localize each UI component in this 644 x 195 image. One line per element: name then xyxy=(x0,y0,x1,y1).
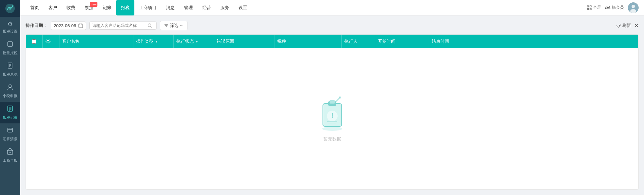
svg-rect-16 xyxy=(8,128,12,132)
vip-icon xyxy=(605,5,610,10)
gongshang-nianbao-icon xyxy=(7,148,13,157)
baoshui-jilu-icon xyxy=(7,105,13,114)
th-end-time: 结束时间 xyxy=(429,35,473,48)
empty-illustration: ! xyxy=(315,95,349,132)
svg-point-26 xyxy=(630,9,636,13)
svg-rect-11 xyxy=(8,106,12,111)
topnav: 首页 客户 收费 票据 new 记账 报税 工商项目 消息 管理 经营 服务 设… xyxy=(20,0,644,15)
nav-jingying[interactable]: 经营 xyxy=(198,0,216,15)
vip-button[interactable]: 畅会员 xyxy=(605,5,624,10)
new-badge: new xyxy=(90,2,97,7)
th-operation-type[interactable]: 操作类型 ▼ xyxy=(133,35,174,48)
sidebar-item-gongshang-nianbao[interactable]: 工商年报 xyxy=(0,145,20,166)
th-customer-name: 客户名称 xyxy=(59,35,133,48)
sidebar-item-baoshui-jilu[interactable]: 报税记录 xyxy=(0,102,20,123)
svg-point-34 xyxy=(322,127,342,131)
sidebar-item-baoshui-shezhi[interactable]: ⚙ 报税设置 xyxy=(0,17,20,37)
date-label: 操作日期： xyxy=(26,23,47,29)
baoshui-shezhi-icon: ⚙ xyxy=(7,20,13,28)
close-button[interactable]: ✕ xyxy=(634,23,639,29)
fullscreen-button[interactable]: 全屏 xyxy=(587,5,601,10)
table-body: ! 暂无数据 xyxy=(26,48,638,189)
nav-customer[interactable]: 客户 xyxy=(44,0,62,15)
th-checkbox[interactable] xyxy=(26,35,43,48)
nav-gongshang-xiangmu[interactable]: 工商项目 xyxy=(134,0,161,15)
date-value: 2023-06-06 xyxy=(54,23,76,28)
svg-rect-20 xyxy=(587,6,589,7)
sort-icon-status: ▼ xyxy=(195,40,199,43)
nav-guanli[interactable]: 管理 xyxy=(179,0,198,15)
svg-rect-21 xyxy=(590,6,591,7)
avatar-icon xyxy=(628,2,639,13)
piliang-baoshui-icon xyxy=(7,41,13,49)
refresh-label: 刷新 xyxy=(622,23,631,29)
th-tax-type: 税种 xyxy=(274,35,342,48)
filter-button[interactable]: 筛选 xyxy=(160,21,187,30)
refresh-button[interactable]: 刷新 xyxy=(616,23,631,29)
svg-point-25 xyxy=(632,5,635,8)
nav-xiaoxi[interactable]: 消息 xyxy=(161,0,179,15)
toolbar: 操作日期： 2023-06-06 xyxy=(26,21,639,30)
sort-icon-operation: ▼ xyxy=(155,40,158,43)
svg-rect-27 xyxy=(79,24,83,28)
svg-point-10 xyxy=(9,85,11,87)
th-executor: 执行人 xyxy=(342,35,375,48)
geshu-shenbao-icon xyxy=(7,84,13,92)
chevron-down-icon xyxy=(180,24,183,27)
nav-jizhang[interactable]: 记账 xyxy=(98,0,116,15)
nav-shezhi[interactable]: 设置 xyxy=(234,0,252,15)
search-input[interactable] xyxy=(92,23,146,28)
sidebar-item-baoshui-zonglian[interactable]: 报税总览 xyxy=(0,59,20,80)
filter-icon xyxy=(164,24,168,28)
search-box[interactable] xyxy=(89,22,157,30)
nav-baoshui[interactable]: 报税 xyxy=(116,0,134,15)
date-picker[interactable]: 2023-06-06 xyxy=(51,22,86,30)
svg-point-41 xyxy=(339,96,341,99)
empty-state: ! 暂无数据 xyxy=(302,48,362,189)
svg-point-1 xyxy=(9,7,11,10)
nav-home[interactable]: 首页 xyxy=(26,0,44,15)
filter-label: 筛选 xyxy=(170,23,178,29)
fullscreen-icon xyxy=(587,5,592,10)
select-all-checkbox[interactable] xyxy=(32,39,36,44)
nav-shoufei[interactable]: 收费 xyxy=(62,0,80,15)
toolbar-right: 刷新 ✕ xyxy=(616,23,639,29)
table-container: 客户名称 操作类型 ▼ 执行状态 ▼ 错误原因 税种 执行人 xyxy=(26,34,639,190)
baoshui-zonglian-icon xyxy=(7,62,13,71)
huisuan-jiaona-icon xyxy=(7,127,13,135)
sidebar: ⚙ 报税设置 批量报税 报税总览 xyxy=(0,0,20,195)
th-start-time: 开始时间 xyxy=(375,35,429,48)
table-header: 客户名称 操作类型 ▼ 执行状态 ▼ 错误原因 税种 执行人 xyxy=(26,35,638,48)
sidebar-item-huisuan-jiaona[interactable]: 汇算清缴 xyxy=(0,123,20,145)
svg-rect-22 xyxy=(587,8,589,10)
empty-text: 暂无数据 xyxy=(324,136,341,142)
search-icon xyxy=(147,23,152,28)
user-avatar[interactable] xyxy=(628,2,639,13)
calendar-icon xyxy=(78,23,83,28)
svg-text:!: ! xyxy=(331,112,334,119)
th-exec-status[interactable]: 执行状态 ▼ xyxy=(174,35,214,48)
svg-rect-23 xyxy=(590,8,591,10)
svg-line-40 xyxy=(336,98,340,101)
svg-line-32 xyxy=(151,27,152,28)
svg-point-31 xyxy=(148,24,151,27)
svg-rect-37 xyxy=(330,100,335,104)
svg-point-33 xyxy=(47,40,49,42)
refresh-icon xyxy=(616,23,621,28)
topnav-right: 全屏 畅会员 xyxy=(587,2,639,13)
th-error-reason: 错误原因 xyxy=(214,35,274,48)
sidebar-item-geshu-shenbao[interactable]: 个税申报 xyxy=(0,80,20,102)
th-settings[interactable] xyxy=(43,35,59,48)
nav-fuwu[interactable]: 服务 xyxy=(216,0,234,15)
sidebar-logo xyxy=(0,0,20,17)
content-area: 操作日期： 2023-06-06 xyxy=(20,15,644,195)
settings-icon xyxy=(45,39,51,44)
sidebar-item-piliang-baoshui[interactable]: 批量报税 xyxy=(0,37,20,59)
nav-piaoju[interactable]: 票据 new xyxy=(80,0,98,15)
main-area: 首页 客户 收费 票据 new 记账 报税 工商项目 消息 管理 经营 服务 设… xyxy=(20,0,644,195)
